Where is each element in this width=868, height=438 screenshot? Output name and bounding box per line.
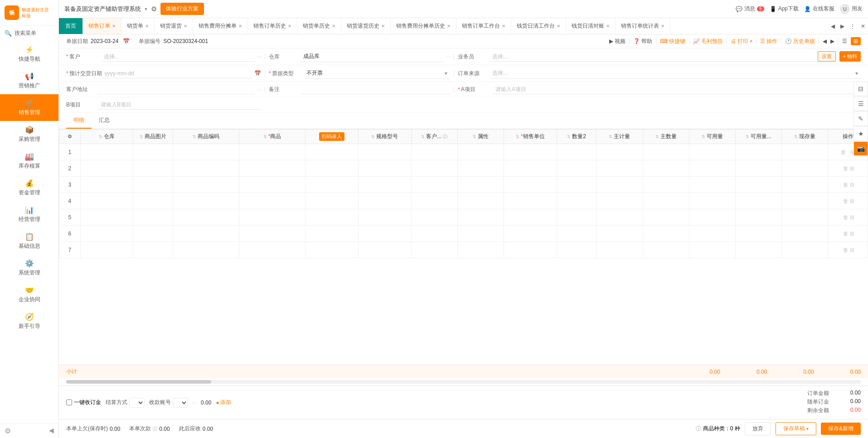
right-float-btn-5[interactable]: 📷 [853, 141, 868, 156]
sidebar-item-marketing[interactable]: 📢 营销推广 [0, 67, 58, 94]
row-avail2[interactable] [735, 144, 781, 160]
tab-sales-order-workbench[interactable]: 销售订单工作台 ✕ [456, 18, 511, 34]
tab-close-icon[interactable]: ✕ [381, 24, 385, 29]
scrollbar-thumb[interactable] [66, 380, 211, 384]
tab-sales-refund-history[interactable]: 销货退货历史 ✕ [341, 18, 391, 34]
row-attr[interactable] [457, 144, 504, 160]
tab-sales-stats[interactable]: 销售订单统计表 ✕ [616, 18, 670, 34]
form-add-product-btn[interactable]: + 物料 [839, 51, 861, 62]
view-video-btn[interactable]: ▶ 视频 [609, 38, 626, 45]
row-copy-icon[interactable]: ⊞ [850, 182, 854, 188]
a-project-input[interactable] [493, 85, 861, 94]
horizontal-scrollbar[interactable] [66, 380, 861, 384]
tab-sales-history[interactable]: 销售订单历史 ✕ [248, 18, 297, 34]
row-warehouse[interactable] [80, 144, 133, 160]
row-copy-icon[interactable]: ⊞ [850, 231, 854, 237]
sidebar-item-operations[interactable]: 📊 经营管理 [0, 201, 58, 228]
th-unit[interactable]: ⇅ *销售单位 [504, 130, 557, 144]
tab-close-icon[interactable]: ✕ [557, 24, 560, 29]
th-settings[interactable]: ⚙ [59, 130, 81, 144]
th-product[interactable]: ⇅ *商品 [239, 130, 305, 144]
th-main-qty[interactable]: ⇅ 主数量 [643, 130, 689, 144]
save-new-btn[interactable]: 保存&新增 [821, 423, 861, 435]
operation-btn[interactable]: ☰ 操作 [760, 38, 777, 45]
date-picker-icon[interactable]: 📅 [123, 38, 130, 44]
th-qty2[interactable]: ⇅ 数量2 [557, 130, 596, 144]
row-delete-icon[interactable]: 🗑 [843, 231, 849, 237]
row-copy-icon[interactable]: ⊞ [850, 165, 854, 172]
invoice-type-select[interactable]: 不开票 ▾ [304, 68, 450, 79]
one-click-order-check[interactable] [66, 399, 72, 405]
row-delete-icon[interactable]: 🗑 [843, 198, 849, 204]
tab-menu[interactable]: ⋮ [847, 21, 858, 31]
order-source-select[interactable]: 选择... ▾ [490, 68, 861, 79]
account-select[interactable] [173, 398, 188, 408]
row-product-img[interactable] [133, 144, 173, 160]
tab-close-icon[interactable]: ✕ [288, 24, 291, 29]
discard-btn[interactable]: 放弃 [745, 422, 771, 435]
row-stock[interactable] [782, 144, 828, 160]
customer-input[interactable] [101, 52, 255, 62]
solution-btn[interactable]: 体验行业方案 [160, 3, 204, 15]
account-dots-btn[interactable]: ··· [192, 399, 196, 406]
row-copy-icon[interactable]: ⊞ [850, 198, 854, 204]
history-btn[interactable]: 🕐 历史单据 [785, 38, 815, 45]
tab-cash-clear-account[interactable]: 钱货日清对账 ✕ [566, 18, 616, 34]
th-product-code[interactable]: ⇅ 商品编码 [173, 130, 239, 144]
add-btn[interactable]: ● 添加 [216, 399, 231, 406]
sidebar-item-finance[interactable]: 💰 资金管理 [0, 174, 58, 201]
th-attr[interactable]: ⇅ 属性 [457, 130, 504, 144]
form-settings-btn[interactable]: 设置 [818, 51, 836, 62]
sidebar-item-quick-nav[interactable]: ⚡ 快捷导航 [0, 41, 58, 67]
table-tab-summary[interactable]: 汇总 [92, 113, 117, 129]
customer-dots-btn[interactable]: ··· [257, 53, 261, 60]
row-avail[interactable] [689, 144, 735, 160]
tab-arrow-right[interactable]: ▶ [838, 21, 847, 31]
row-unit[interactable] [504, 144, 557, 160]
warehouse-value[interactable]: 成品库 [301, 51, 444, 62]
th-stock[interactable]: ⇅ 现存量 [782, 130, 828, 144]
right-float-btn-1[interactable]: ⊟ [853, 82, 868, 96]
sidebar-item-sales[interactable]: 🛒 销售管理 [0, 94, 58, 121]
tab-close-icon[interactable]: ✕ [332, 24, 335, 29]
online-service-btn[interactable]: 👤 在线客服 [804, 5, 834, 13]
print-btn[interactable]: 🖨 打印 ▾ [731, 38, 752, 45]
row-delete-icon[interactable]: 🗑 [843, 165, 849, 172]
note-input[interactable] [301, 85, 450, 94]
row-delete-icon[interactable]: 🗑 [843, 247, 849, 253]
tab-close-icon[interactable]: ✕ [606, 24, 610, 29]
tab-sales-fee-history[interactable]: 销售费用分摊单历史 ✕ [391, 18, 456, 34]
address-dots-btn[interactable]: ··· [257, 87, 261, 93]
right-float-btn-3[interactable]: ✎ [853, 111, 868, 126]
right-float-btn-4[interactable]: ★ [853, 126, 868, 141]
nav-prev-btn[interactable]: ◀ [823, 38, 827, 44]
row-main-unit[interactable] [596, 144, 643, 160]
row-scan[interactable] [305, 144, 359, 160]
sidebar-item-purchase[interactable]: 📦 采购管理 [0, 121, 58, 148]
row-main-qty[interactable] [643, 144, 689, 160]
row-product-code[interactable] [173, 144, 239, 160]
tab-sales-return-history[interactable]: 销货单历史 ✕ [297, 18, 341, 34]
tab-sales-order[interactable]: 销售订单 ✕ [83, 18, 121, 34]
tab-close-icon[interactable]: ✕ [145, 24, 149, 29]
tab-close-icon[interactable]: ✕ [112, 24, 116, 29]
tab-close-icon[interactable]: ✕ [238, 24, 242, 29]
th-main-unit[interactable]: ⇅ 主计量 [596, 130, 643, 144]
tab-sales-fee[interactable]: 销售费用分摊单 ✕ [193, 18, 248, 34]
table-scroll[interactable]: ⚙ ⇅ 仓库 ⇅ 商品图片 ⇅ 商品编码 ⇅ *商品 [59, 129, 868, 365]
one-click-order-checkbox[interactable]: 一键收订金 [66, 399, 101, 406]
tab-close-icon[interactable]: ✕ [184, 24, 187, 29]
row-copy-icon[interactable]: ⊞ [850, 214, 854, 221]
settings-icon[interactable]: ⚙ [151, 5, 157, 13]
delivery-date-input[interactable] [102, 69, 252, 78]
tab-close-icon[interactable]: ✕ [502, 24, 505, 29]
card-view-btn[interactable]: ⊞ [851, 37, 861, 45]
tab-cash-clear-workbench[interactable]: 钱货日清工作台 ✕ [511, 18, 566, 34]
sidebar-item-basic[interactable]: 📋 基础信息 [0, 228, 58, 255]
row-delete-icon[interactable]: 🗑 [843, 214, 849, 221]
calendar-icon[interactable]: 📅 [254, 70, 261, 77]
tab-close-all[interactable]: ✕ [858, 21, 868, 31]
sidebar-collapse-icon[interactable]: ◀ [49, 427, 54, 435]
row-custom[interactable] [411, 144, 457, 160]
customer-address-input[interactable] [98, 85, 255, 94]
